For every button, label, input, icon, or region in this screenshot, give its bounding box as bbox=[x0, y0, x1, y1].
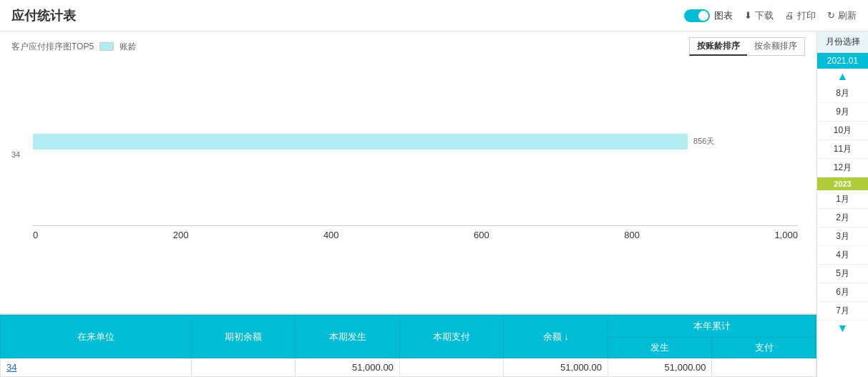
col-payment: 本期支付 bbox=[399, 315, 504, 358]
col-occurrence: 本期发生 bbox=[296, 315, 400, 358]
legend-label: 客户应付排序图TOP5 bbox=[11, 41, 94, 53]
chart-toggle-wrap: 图表 bbox=[684, 9, 733, 22]
x-tick-200: 200 bbox=[173, 230, 189, 240]
print-button[interactable]: 🖨 打印 bbox=[785, 9, 816, 22]
x-tick-0: 0 bbox=[33, 230, 38, 240]
month-11[interactable]: 11月 bbox=[817, 140, 868, 159]
col-opening: 期初余额 bbox=[191, 315, 296, 358]
cell-occurrence: 51,000.00 bbox=[296, 358, 400, 377]
year-2023-marker: 2023 bbox=[817, 177, 868, 190]
y-axis-label: 34 bbox=[11, 150, 20, 159]
page-title: 应付统计表 bbox=[11, 7, 76, 24]
table-row: 34 51,000.00 51,000.00 51,000.00 bbox=[1, 358, 816, 377]
col-unit: 在来单位 bbox=[1, 315, 192, 358]
x-tick-400: 400 bbox=[323, 230, 339, 240]
refresh-icon: ↻ bbox=[827, 10, 835, 21]
month-list: ▲ 8月 9月 10月 11月 12月 2023 1月 2月 3月 4月 5月 … bbox=[817, 69, 868, 377]
chart-area: 34 856天 0 200 400 600 800 bbox=[0, 62, 816, 313]
legend-box bbox=[99, 42, 114, 51]
current-year-label[interactable]: 2021.01 bbox=[817, 53, 868, 69]
x-axis-line bbox=[33, 225, 798, 226]
month-7[interactable]: 7月 bbox=[817, 302, 868, 320]
bar-row: 856天 bbox=[33, 132, 798, 151]
x-tick-600: 600 bbox=[474, 230, 489, 240]
print-label: 打印 bbox=[797, 9, 816, 22]
refresh-button[interactable]: ↻ 刷新 bbox=[827, 9, 857, 22]
cell-unit[interactable]: 34 bbox=[1, 358, 192, 377]
chart-sort-buttons: 按账龄排序 按余额排序 bbox=[689, 37, 805, 56]
month-1[interactable]: 1月 bbox=[817, 190, 868, 209]
col-balance: 余额 ↓ bbox=[504, 315, 608, 358]
print-icon: 🖨 bbox=[785, 10, 794, 21]
download-icon: ⬇ bbox=[744, 10, 752, 21]
sidebar-title: 月份选择 bbox=[817, 31, 868, 53]
x-axis: 0 200 400 600 800 1,000 bbox=[33, 230, 798, 240]
cell-ytd-occurrence: 51,000.00 bbox=[608, 358, 712, 377]
toggle-label: 图表 bbox=[714, 9, 733, 22]
month-4[interactable]: 4月 bbox=[817, 246, 868, 265]
header-actions: 图表 ⬇ 下载 🖨 打印 ↻ 刷新 bbox=[684, 9, 857, 22]
month-3[interactable]: 3月 bbox=[817, 227, 868, 246]
month-2[interactable]: 2月 bbox=[817, 209, 868, 227]
sort-by-balance-button[interactable]: 按账龄排序 bbox=[689, 37, 747, 56]
toggle-knob bbox=[698, 11, 708, 21]
bar bbox=[33, 134, 688, 150]
month-10[interactable]: 10月 bbox=[817, 122, 868, 140]
cell-opening bbox=[191, 358, 296, 377]
refresh-label: 刷新 bbox=[838, 9, 857, 22]
month-sidebar: 月份选择 2021.01 ▲ 8月 9月 10月 11月 12月 2023 1月… bbox=[816, 31, 868, 377]
month-9[interactable]: 9月 bbox=[817, 103, 868, 122]
x-tick-800: 800 bbox=[624, 230, 640, 240]
col-ytd-occurrence: 发生 bbox=[608, 338, 712, 358]
bar-label: 856天 bbox=[693, 136, 714, 147]
chart-header: 客户应付排序图TOP5 账龄 按账龄排序 按余额排序 bbox=[0, 31, 816, 62]
cell-balance: 51,000.00 bbox=[504, 358, 608, 377]
x-tick-1000: 1,000 bbox=[774, 230, 798, 240]
chart-legend: 客户应付排序图TOP5 账龄 bbox=[11, 41, 137, 53]
col-ytd: 本年累计 bbox=[608, 315, 816, 338]
cell-ytd-payment bbox=[712, 358, 816, 377]
col-ytd-payment: 支付 bbox=[712, 338, 816, 358]
download-button[interactable]: ⬇ 下载 bbox=[744, 9, 774, 22]
chart-toggle[interactable] bbox=[684, 9, 710, 22]
month-nav-up[interactable]: ▲ bbox=[817, 69, 868, 84]
month-6[interactable]: 6月 bbox=[817, 283, 868, 302]
sort-by-amount-button[interactable]: 按余额排序 bbox=[747, 37, 805, 56]
legend-box-label: 账龄 bbox=[120, 41, 137, 53]
month-5[interactable]: 5月 bbox=[817, 265, 868, 283]
month-12[interactable]: 12月 bbox=[817, 159, 868, 177]
cell-payment bbox=[399, 358, 504, 377]
month-8[interactable]: 8月 bbox=[817, 84, 868, 103]
data-table: 在来单位 期初余额 本期发生 本期支付 余额 ↓ 本年累计 发生 支付 bbox=[0, 313, 816, 377]
month-nav-down[interactable]: ▼ bbox=[817, 320, 868, 336]
download-label: 下载 bbox=[755, 9, 774, 22]
